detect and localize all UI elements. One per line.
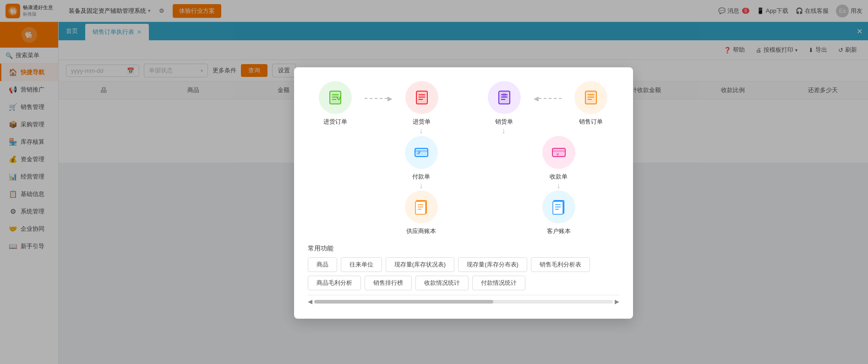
flow-item-purchase-order[interactable]: 进货订单 (308, 81, 363, 126)
scroll-area: ◀ ▶ (308, 295, 619, 305)
flow-circle-receipt: ¥ (542, 136, 575, 169)
flow-label-purchase-order: 进货订单 (323, 118, 347, 126)
flow-item-payment[interactable]: ¥ 付款单 (394, 136, 449, 181)
func-btn-7[interactable]: 收款情况统计 (415, 276, 469, 290)
flow-circle-payment: ¥ (405, 136, 438, 169)
scroll-right-arrow[interactable]: ▶ (615, 298, 619, 305)
svg-rect-27 (415, 150, 428, 152)
flow-label-sales-order: 销售订单 (579, 118, 603, 126)
scrollbar-thumb (314, 300, 493, 304)
flow-label-customer-ledger: 客户账本 (547, 227, 571, 235)
flow-item-supplier-ledger[interactable]: 供应商账本 (394, 190, 449, 235)
flow-label-purchase-bill: 进货单 (413, 118, 431, 126)
func-btn-0[interactable]: 商品 (308, 257, 337, 272)
svg-rect-36 (415, 201, 426, 214)
svg-rect-19 (502, 93, 506, 97)
func-btn-5[interactable]: 商品毛利分析 (308, 276, 361, 290)
flow-label-sales-bill: 销货单 (495, 118, 513, 126)
flow-circle-sales-order (574, 81, 607, 114)
svg-rect-42 (553, 201, 563, 214)
flow-label-payment: 付款单 (412, 173, 430, 181)
scrollbar-track[interactable] (314, 300, 613, 304)
flow-circle-sales-bill (488, 81, 521, 114)
common-functions-title: 常用功能 (308, 244, 619, 253)
modal: 进货订单 ▶ 进货单 (294, 67, 633, 319)
scroll-left-arrow[interactable]: ◀ (308, 298, 312, 305)
flow-item-receipt[interactable]: ¥ 收款单 (531, 136, 586, 181)
flow-label-receipt: 收款单 (550, 173, 568, 181)
flow-circle-purchase-order (319, 81, 352, 114)
svg-text:¥: ¥ (418, 150, 421, 154)
func-btn-4[interactable]: 销售毛利分析表 (531, 257, 590, 272)
modal-overlay[interactable]: 进货订单 ▶ 进货单 (0, 0, 868, 364)
flow-section: 进货订单 ▶ 进货单 (308, 81, 619, 235)
flow-item-customer-ledger[interactable]: 客户账本 (531, 190, 586, 235)
svg-rect-25 (415, 148, 428, 157)
func-btn-2[interactable]: 现存量(库存状况表) (386, 257, 455, 272)
flow-item-purchase-bill[interactable]: 进货单 (394, 81, 449, 126)
flow-circle-purchase-bill (405, 81, 438, 114)
flow-item-sales-order[interactable]: 销售订单 (563, 81, 618, 126)
func-btn-8[interactable]: 付款情况统计 (472, 276, 525, 290)
flow-circle-customer-ledger (542, 190, 575, 223)
func-buttons: 商品往来单位现存量(库存状况表)现存量(库存分布表)销售毛利分析表商品毛利分析销… (308, 257, 619, 290)
flow-item-sales-bill[interactable]: 销货单 (477, 81, 532, 126)
svg-text:¥: ¥ (556, 152, 559, 157)
func-btn-3[interactable]: 现存量(库存分布表) (458, 257, 527, 272)
flow-label-supplier-ledger: 供应商账本 (406, 227, 436, 235)
func-btn-6[interactable]: 销售排行榜 (365, 276, 412, 290)
flow-circle-supplier-ledger (405, 190, 438, 223)
common-functions: 常用功能 商品往来单位现存量(库存状况表)现存量(库存分布表)销售毛利分析表商品… (308, 244, 619, 290)
func-btn-1[interactable]: 往来单位 (341, 257, 382, 272)
